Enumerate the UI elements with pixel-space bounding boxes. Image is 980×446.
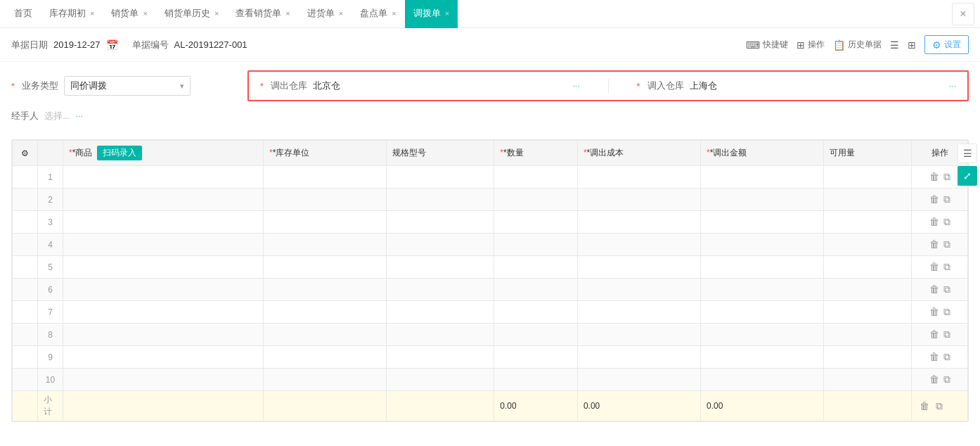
row-cost-10 bbox=[577, 369, 700, 391]
out-warehouse-value: 北京仓 bbox=[313, 79, 567, 92]
copy-icon-3[interactable]: ⧉ bbox=[943, 216, 950, 227]
row-settings-5[interactable] bbox=[13, 256, 38, 279]
layout-grid-button[interactable]: ⊞ bbox=[908, 39, 916, 51]
table-container: ⚙ **商品 扫码录入 **库存单位 规格型号 **数量 * bbox=[11, 139, 969, 422]
copy-icon-10[interactable]: ⧉ bbox=[943, 374, 950, 385]
history-button[interactable]: 📋 历史单据 bbox=[833, 39, 882, 51]
tab-inventory-init[interactable]: 库存期初 × bbox=[41, 0, 103, 28]
tab-close-transfer-order[interactable]: × bbox=[445, 9, 449, 18]
delete-icon-7[interactable]: 🗑 bbox=[929, 306, 939, 317]
col-spec: 规格型号 bbox=[387, 141, 494, 166]
row-ops-3[interactable]: 🗑⧉ bbox=[912, 211, 968, 234]
row-cost-8 bbox=[577, 324, 700, 346]
copy-icon-8[interactable]: ⧉ bbox=[943, 329, 950, 340]
delete-icon-10[interactable]: 🗑 bbox=[929, 374, 939, 385]
scan-entry-button[interactable]: 扫码录入 bbox=[97, 146, 142, 160]
table-body: 1🗑⧉2🗑⧉3🗑⧉4🗑⧉5🗑⧉6🗑⧉7🗑⧉8🗑⧉9🗑⧉10🗑⧉ 小计 0.00 … bbox=[13, 166, 968, 421]
tab-home[interactable]: 首页 bbox=[6, 0, 41, 28]
right-toolbar: ☰ ⤢ bbox=[955, 141, 980, 189]
col-settings[interactable]: ⚙ bbox=[13, 141, 38, 166]
tab-close-purchase-order[interactable]: × bbox=[339, 9, 343, 18]
tab-close-sales-history[interactable]: × bbox=[214, 9, 219, 18]
delete-icon-5[interactable]: 🗑 bbox=[929, 261, 939, 272]
row-settings-8[interactable] bbox=[13, 324, 38, 346]
layout-list-button[interactable]: ☰ bbox=[890, 39, 899, 51]
copy-icon-6[interactable]: ⧉ bbox=[943, 283, 950, 295]
row-settings-1[interactable] bbox=[13, 166, 38, 189]
row-ops-8[interactable]: 🗑⧉ bbox=[912, 324, 968, 346]
row-available-4 bbox=[824, 234, 912, 256]
row-available-5 bbox=[824, 256, 912, 279]
row-settings-7[interactable] bbox=[13, 301, 38, 324]
row-unit-5 bbox=[264, 256, 387, 279]
tab-close-inventory-init[interactable]: × bbox=[90, 9, 94, 18]
table-scroll-area[interactable]: ⚙ **商品 扫码录入 **库存单位 规格型号 **数量 * bbox=[12, 140, 968, 421]
settings-button[interactable]: ⚙ 设置 bbox=[924, 35, 969, 54]
chevron-down-icon: ▾ bbox=[180, 82, 184, 91]
date-value[interactable]: 2019-12-27 bbox=[53, 39, 101, 50]
calendar-icon[interactable]: 📅 bbox=[106, 39, 118, 51]
copy-icon-7[interactable]: ⧉ bbox=[943, 306, 950, 317]
row-available-9 bbox=[824, 346, 912, 369]
row-settings-6[interactable] bbox=[13, 279, 38, 301]
tab-transfer-order[interactable]: 调拨单 × bbox=[405, 0, 458, 28]
date-label: 单据日期 bbox=[11, 39, 48, 51]
delete-icon-9[interactable]: 🗑 bbox=[929, 351, 939, 362]
col-goods: **商品 扫码录入 bbox=[63, 141, 264, 166]
delete-icon-6[interactable]: 🗑 bbox=[929, 283, 939, 295]
copy-icon-9[interactable]: ⧉ bbox=[943, 351, 950, 362]
in-warehouse-more-button[interactable]: ··· bbox=[949, 81, 956, 91]
row-ops-5[interactable]: 🗑⧉ bbox=[912, 256, 968, 279]
delete-icon-8[interactable]: 🗑 bbox=[929, 329, 939, 340]
handler-placeholder[interactable]: 选择... bbox=[44, 110, 70, 122]
copy-icon-5[interactable]: ⧉ bbox=[943, 261, 950, 272]
window-close-button[interactable]: × bbox=[952, 3, 974, 25]
in-warehouse-required: * bbox=[637, 81, 640, 91]
copy-icon-1[interactable]: ⧉ bbox=[943, 171, 950, 182]
number-label: 单据编号 bbox=[132, 39, 169, 51]
shortcuts-button[interactable]: ⌨ 快捷键 bbox=[746, 39, 788, 51]
delete-icon-2[interactable]: 🗑 bbox=[929, 193, 939, 205]
tab-close-inventory-check[interactable]: × bbox=[392, 9, 396, 18]
row-settings-3[interactable] bbox=[13, 211, 38, 234]
row-ops-4[interactable]: 🗑⧉ bbox=[912, 234, 968, 256]
copy-icon-2[interactable]: ⧉ bbox=[943, 193, 950, 205]
tab-purchase-order[interactable]: 进货单 × bbox=[299, 0, 352, 28]
row-ops-2[interactable]: 🗑⧉ bbox=[912, 189, 968, 211]
subtotal-copy-icon[interactable]: ⧉ bbox=[936, 400, 943, 412]
row-unit-4 bbox=[264, 234, 387, 256]
row-settings-2[interactable] bbox=[13, 189, 38, 211]
row-amount-1 bbox=[701, 166, 824, 189]
business-type-select[interactable]: 同价调拨 ▾ bbox=[64, 76, 191, 96]
row-settings-9[interactable] bbox=[13, 346, 38, 369]
row-spec-4 bbox=[387, 234, 494, 256]
tab-sales-order[interactable]: 销货单 × bbox=[103, 0, 155, 28]
row-ops-7[interactable]: 🗑⧉ bbox=[912, 301, 968, 324]
delete-icon-1[interactable]: 🗑 bbox=[929, 171, 939, 182]
row-settings-4[interactable] bbox=[13, 234, 38, 256]
out-warehouse-more-button[interactable]: ··· bbox=[572, 81, 579, 91]
right-tool-expand-button[interactable]: ⤢ bbox=[958, 166, 977, 186]
row-cost-9 bbox=[577, 346, 700, 369]
delete-icon-4[interactable]: 🗑 bbox=[929, 238, 939, 250]
tab-close-view-sales[interactable]: × bbox=[285, 9, 290, 18]
subtotal-delete-icon[interactable]: 🗑 bbox=[920, 400, 929, 412]
operations-button[interactable]: ⊞ 操作 bbox=[797, 39, 825, 51]
row-ops-6[interactable]: 🗑⧉ bbox=[912, 279, 968, 301]
tab-view-sales[interactable]: 查看销货单 × bbox=[227, 0, 298, 28]
handler-more-button[interactable]: ··· bbox=[76, 111, 83, 121]
row-ops-10[interactable]: 🗑⧉ bbox=[912, 369, 968, 391]
delete-icon-3[interactable]: 🗑 bbox=[929, 216, 939, 227]
tab-inventory-check[interactable]: 盘点单 × bbox=[352, 0, 404, 28]
subtotal-settings-cell bbox=[13, 391, 38, 421]
form-header-right: ⌨ 快捷键 ⊞ 操作 📋 历史单据 ☰ ⊞ ⚙ 设置 bbox=[746, 35, 969, 54]
row-cost-6 bbox=[577, 279, 700, 301]
row-spec-9 bbox=[387, 346, 494, 369]
copy-icon-4[interactable]: ⧉ bbox=[943, 238, 950, 250]
row-ops-9[interactable]: 🗑⧉ bbox=[912, 346, 968, 369]
tab-close-sales-order[interactable]: × bbox=[143, 9, 147, 18]
row-unit-3 bbox=[264, 211, 387, 234]
right-tool-list-button[interactable]: ☰ bbox=[958, 144, 977, 163]
tab-sales-history[interactable]: 销货单历史 × bbox=[156, 0, 227, 28]
row-settings-10[interactable] bbox=[13, 369, 38, 391]
